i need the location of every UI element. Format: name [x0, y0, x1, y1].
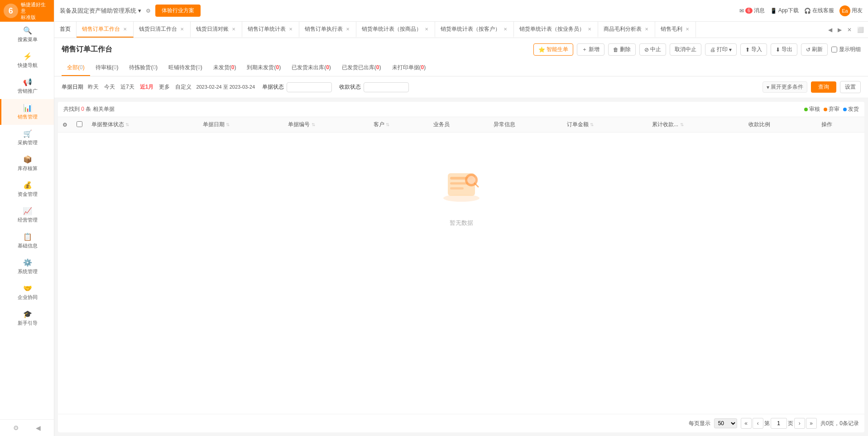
date-shortcut-今天[interactable]: 今天 [102, 83, 117, 91]
ship-action[interactable]: 发货 [843, 105, 859, 113]
tab-close-sales-exec[interactable]: ✕ [345, 26, 350, 32]
sidebar-item-shortcut[interactable]: ⚡快捷导航 [0, 47, 54, 73]
tab-close-sales-product[interactable]: ✕ [424, 26, 429, 32]
print-button[interactable]: 🖨 打印 ▾ [705, 43, 737, 56]
tab-close-sales-stat[interactable]: ✕ [288, 26, 293, 32]
export-button[interactable]: ⬇ 导出 [771, 43, 797, 56]
select-all-checkbox[interactable] [77, 121, 82, 127]
stop-button[interactable]: ⊘ 中止 [639, 43, 666, 56]
refresh-button[interactable]: ↺ 刷新 [801, 43, 828, 56]
import-button[interactable]: ⬆ 导入 [740, 43, 767, 56]
date-label: 单据日期 [62, 83, 83, 91]
expand-conditions-button[interactable]: ▾ 展开更多条件 [762, 81, 807, 93]
logo-icon: 6 [4, 4, 18, 18]
sidebar-item-purchase[interactable]: 🛒采购管理 [0, 125, 54, 151]
status-select[interactable] [287, 82, 332, 92]
sub-tab-3[interactable]: 旺铺待发货(0) [163, 60, 208, 76]
tab-close-cash-daily[interactable]: ✕ [179, 26, 185, 32]
settings-icon[interactable]: ⚙ [13, 424, 19, 431]
tab-close-gross-profit[interactable]: ✕ [644, 26, 649, 32]
query-button[interactable]: 查询 [811, 81, 836, 93]
sub-tab-6[interactable]: 已发货未出库(0) [286, 60, 336, 76]
sidebar-item-cooperation[interactable]: 🤝企业协同 [0, 280, 54, 305]
tab-maximize-btn[interactable]: ⬜ [855, 25, 866, 35]
date-shortcut-自定义[interactable]: 自定义 [173, 83, 193, 91]
sub-tab-5[interactable]: 到期未发货(0) [241, 60, 286, 76]
sidebar-item-inventory[interactable]: 📦库存核算 [0, 151, 54, 176]
sidebar-item-basic[interactable]: 📋基础信息 [0, 228, 54, 254]
online-service-action[interactable]: 🎧 在线客服 [804, 7, 834, 14]
tab-close-cash-reconcile[interactable]: ✕ [231, 26, 236, 32]
tab-next-btn[interactable]: ▶ [835, 25, 844, 35]
tab-sales-stat[interactable]: 销售订单统计表✕ [242, 22, 299, 38]
payment-select[interactable] [364, 82, 409, 92]
tab-sales-profit[interactable]: 销售毛利✕ [655, 22, 696, 38]
smart-create-button[interactable]: ⭐ 智能生单 [533, 43, 573, 56]
sidebar-item-operation[interactable]: 📈经营管理 [0, 202, 54, 228]
sub-tab-8[interactable]: 未打印单据(0) [387, 60, 432, 76]
topbar-actions: ✉ 6 消息 📱 App下载 🎧 在线客服 Ea 用友 [739, 5, 863, 16]
solution-button[interactable]: 体验行业方案 [155, 5, 201, 17]
finance-icon: 💰 [23, 181, 32, 190]
tab-home[interactable]: 首页 [54, 22, 77, 38]
page-header-top: 销售订单工作台 ⭐ 智能生单 ＋ 新增 🗑 删除 ⊘ [62, 43, 861, 56]
setting-button[interactable]: 设置 [840, 81, 861, 93]
date-shortcut-昨天[interactable]: 昨天 [86, 83, 101, 91]
page-size-select[interactable]: 50 100 200 [714, 418, 737, 428]
tab-close-sales-staff[interactable]: ✕ [587, 26, 592, 32]
search-icon: 🔍 [23, 26, 32, 35]
sub-tab-4[interactable]: 未发货(0) [208, 60, 242, 76]
page-last-btn[interactable]: » [806, 418, 817, 429]
system-title-dropdown[interactable]: 装备及固定资产辅助管理系统 ▾ [60, 7, 141, 15]
review-action[interactable]: 审核 [804, 105, 820, 113]
app-logo: 6 畅捷通好生意 标准版 [0, 0, 54, 22]
page-first-btn[interactable]: « [741, 418, 752, 429]
reject-action[interactable]: 弃审 [824, 105, 839, 113]
sub-tab-7[interactable]: 已发货已出库(0) [336, 60, 387, 76]
sub-tab-0[interactable]: 全部(0) [62, 60, 90, 76]
col-checkbox[interactable] [72, 117, 87, 133]
tab-close-sales-customer[interactable]: ✕ [503, 26, 508, 32]
date-shortcut-更多[interactable]: 更多 [157, 83, 172, 91]
page-prev-btn[interactable]: ‹ [753, 418, 763, 429]
message-action[interactable]: ✉ 6 消息 [739, 7, 765, 14]
add-button[interactable]: ＋ 新增 [577, 43, 604, 56]
tab-close-sales-order[interactable]: ✕ [122, 26, 128, 32]
sidebar-item-search[interactable]: 🔍搜索菜单 [0, 22, 54, 47]
tab-sales-customer[interactable]: 销货单统计表（按客户）✕ [435, 22, 514, 38]
page-next-btn[interactable]: › [794, 418, 805, 429]
sidebar-item-guide[interactable]: 🎓新手引导 [0, 305, 54, 331]
sub-tab-2[interactable]: 待拣验货(0) [124, 60, 163, 76]
app-download-action[interactable]: 📱 App下载 [770, 7, 799, 14]
page-size-label: 每页显示 [689, 420, 710, 427]
tab-sales-staff[interactable]: 销货单统计表（按业务员）✕ [514, 22, 598, 38]
sidebar-item-sales[interactable]: 📊销售管理 [0, 99, 54, 125]
tab-sales-product[interactable]: 销货单统计表（按商品）✕ [356, 22, 435, 38]
sidebar: 6 畅捷通好生意 标准版 🔍搜索菜单⚡快捷导航📢营销推广📊销售管理🛒采购管理📦库… [0, 0, 54, 436]
cancel-stop-button[interactable]: 取消中止 [670, 43, 701, 56]
tab-sales-exec[interactable]: 销售订单执行表✕ [299, 22, 356, 38]
detail-checkbox[interactable] [831, 47, 837, 52]
plus-icon: ＋ [582, 46, 587, 53]
tab-close-all-btn[interactable]: ✕ [845, 25, 854, 35]
date-shortcut-近1月[interactable]: 近1月 [138, 83, 156, 91]
detail-checkbox-label[interactable]: 显示明细 [831, 46, 861, 53]
user-label: 用友 [852, 7, 863, 14]
tab-close-sales-profit[interactable]: ✕ [685, 26, 690, 32]
tab-gross-profit[interactable]: 商品毛利分析表✕ [598, 22, 655, 38]
collapse-icon[interactable]: ◀ [36, 424, 41, 431]
sub-tab-1[interactable]: 待审核(0) [90, 60, 124, 76]
refresh-icon: ↺ [806, 47, 810, 53]
settings-gear-icon[interactable]: ⚙ [146, 8, 151, 14]
page-number-input[interactable] [771, 418, 787, 429]
tab-sales-order[interactable]: 销售订单工作台✕ [77, 22, 134, 38]
tab-prev-btn[interactable]: ◀ [826, 25, 834, 35]
user-action[interactable]: Ea 用友 [839, 5, 863, 16]
sidebar-item-system[interactable]: ⚙️系统管理 [0, 254, 54, 280]
sidebar-item-marketing[interactable]: 📢营销推广 [0, 73, 54, 99]
tab-cash-daily[interactable]: 钱货日清工作台✕ [134, 22, 191, 38]
sidebar-item-finance[interactable]: 💰资金管理 [0, 176, 54, 202]
tab-cash-reconcile[interactable]: 钱货日清对账✕ [191, 22, 242, 38]
date-shortcut-近7天[interactable]: 近7天 [119, 83, 136, 91]
delete-button[interactable]: 🗑 删除 [608, 43, 636, 56]
